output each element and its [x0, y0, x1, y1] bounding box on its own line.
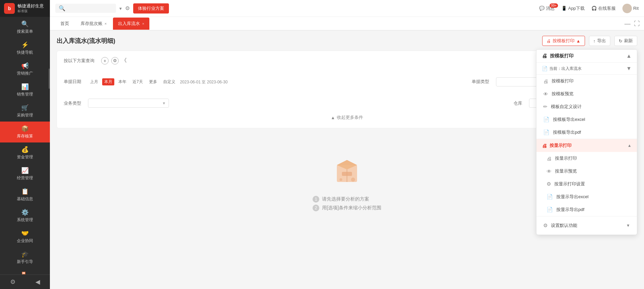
tab-flow[interactable]: 出入库流水 × [113, 18, 149, 30]
tab-inventory-batch[interactable]: 库存批次账 × [76, 18, 112, 30]
dropdown-collapse-icon[interactable]: ▲ [626, 53, 632, 59]
tab-inventory-batch-label: 库存批次账 [81, 21, 103, 27]
current-template-label: 当前：出入库流水 [549, 66, 582, 72]
export-icon: ↑ [593, 38, 596, 44]
business-type-select[interactable]: ▾ [88, 99, 169, 108]
set-default-label: 设置默认功能 [551, 222, 577, 229]
display-preview-label: 按显示预览 [555, 168, 577, 174]
dropdown-title: 🖨 按模板打印 [542, 53, 574, 59]
sidebar-item-label: 销售管理 [17, 91, 33, 97]
display-preview-item[interactable]: 👁 按显示预览 [540, 165, 637, 178]
sidebar-item-quick-nav[interactable]: ⚡ 快捷导航 [0, 38, 50, 59]
headset-icon: 🎧 [591, 6, 597, 11]
sidebar-item-appstore[interactable]: 🏪 应用中心 [0, 268, 50, 274]
sidebar-item-system[interactable]: ⚙️ 系统管理 [0, 205, 50, 226]
collapse-sidebar-icon[interactable]: ◀ [35, 278, 40, 286]
minimize-icon[interactable]: — [624, 20, 631, 27]
display-print-section-header[interactable]: 🖨 按显示打印 ▲ [536, 139, 637, 152]
messages-button[interactable]: 💬 消息 99+ [539, 5, 555, 11]
sidebar-item-label: 基础信息 [17, 196, 33, 202]
sales-icon: 📊 [21, 83, 29, 90]
edition-label: 标准版 [18, 9, 44, 14]
default-settings-icon: ⚙ [543, 222, 548, 229]
date-chip-this-year[interactable]: 本年 [116, 78, 128, 85]
template-pdf-label: 按模板导出pdf [553, 129, 581, 135]
filter-collapse-button[interactable]: 《 [121, 57, 127, 64]
settings-icon[interactable]: ⚙ [10, 278, 16, 286]
warehouse-label: 仓库 [514, 100, 522, 106]
tab-home[interactable]: 首页 [55, 18, 74, 30]
template-excel-label: 按模板导出excel [553, 116, 585, 123]
svg-rect-4 [342, 172, 352, 176]
sidebar-item-inventory[interactable]: 📦 库存核算 [0, 122, 50, 142]
display-print-section-label: 按显示打印 [550, 142, 572, 149]
app-download-label: App下载 [568, 5, 585, 11]
template-design-item[interactable]: ✏ 模板自定义设计 [536, 100, 637, 113]
sidebar-item-marketing[interactable]: 📢 营销推广 [0, 59, 50, 80]
section2-arrow-icon[interactable]: ▲ [627, 143, 632, 148]
date-chip-last-month[interactable]: 上月 [88, 78, 100, 85]
sidebar-item-search[interactable]: 🔍 搜索菜单 [0, 17, 50, 38]
close-flow-icon[interactable]: × [142, 22, 144, 26]
maximize-icon[interactable]: ⛶ [634, 20, 640, 27]
settings-gear-icon[interactable]: ⚙ [125, 5, 130, 11]
sidebar-item-operation[interactable]: 📈 经营管理 [0, 163, 50, 184]
filter-add-button[interactable]: + [101, 57, 109, 64]
display-print-item[interactable]: 🖨 按显示打印 [540, 152, 637, 165]
export-button[interactable]: ↑ 导出 [589, 36, 611, 46]
operation-icon: 📈 [21, 167, 29, 174]
current-arrow-icon[interactable]: ▼ [626, 65, 632, 72]
template-print-item[interactable]: 🖨 按模板打印 [536, 75, 637, 87]
sidebar-bottom: ⚙ ◀ [0, 274, 50, 289]
online-service-button[interactable]: 🎧 在线客服 [591, 5, 616, 11]
sidebar-item-guide[interactable]: 🎓 新手引导 [0, 247, 50, 268]
display-pdf-item[interactable]: 📄 按显示导出pdf [540, 203, 637, 216]
print-template-button[interactable]: 🖨 按模板打印 ▲ [542, 36, 585, 46]
date-chip-this-month[interactable]: 本月 [102, 78, 114, 85]
topbar-search-container: 🔍 [55, 4, 116, 13]
sidebar-item-label: 系统管理 [17, 217, 33, 223]
dropdown-arrow-icon[interactable]: ▾ [119, 6, 122, 11]
dropdown-header: 🖨 按模板打印 ▲ [536, 50, 637, 63]
date-chip-more[interactable]: 更多 [147, 78, 159, 85]
display-print-section: 🖨 按显示打印 ▲ 🖨 按显示打印 👁 [536, 139, 637, 216]
sidebar-item-base[interactable]: 📋 基础信息 [0, 184, 50, 205]
print-dropdown-panel: 🖨 按模板打印 ▲ 📄 当前：出入库流水 ▼ [536, 49, 637, 235]
template-excel-icon: 📄 [543, 116, 550, 123]
close-inventory-batch-icon[interactable]: × [105, 22, 107, 26]
filter-settings-button[interactable]: ⚙ [111, 57, 119, 64]
user-profile[interactable]: Rit [622, 4, 639, 13]
username-label: Rit [633, 6, 639, 11]
search-input[interactable] [67, 6, 114, 11]
template-print-label: 按模板打印 [552, 78, 574, 84]
template-preview-item[interactable]: 👁 按模板预览 [536, 87, 637, 100]
step-2-label: 用[选项]条件来缩小分析范围 [322, 205, 381, 211]
sidebar-item-label: 新手引导 [17, 259, 33, 265]
date-label: 单据日期 [64, 79, 81, 85]
template-print-icon: 🖨 [543, 78, 548, 84]
template-pdf-item[interactable]: 📄 按模板导出pdf [536, 126, 637, 139]
page-actions: 🖨 按模板打印 ▲ ↑ 导出 ↻ 刷新 🖨 [542, 36, 637, 46]
set-default-item[interactable]: ⚙ 设置默认功能 ▼ [542, 220, 632, 231]
business-type-label: 业务类型 [64, 100, 81, 106]
display-excel-icon: 📄 [547, 194, 553, 200]
display-print-label: 按显示打印 [555, 155, 577, 161]
date-chip-custom[interactable]: 自定义 [161, 78, 177, 85]
empty-step-1: 1 请先选择要分析的方案 [313, 196, 381, 203]
display-excel-item[interactable]: 📄 按显示导出excel [540, 190, 637, 203]
sidebar-item-finance[interactable]: 💰 资金管理 [0, 142, 50, 163]
sidebar-item-sales[interactable]: 📊 销售管理 [0, 80, 50, 101]
date-chip-7days[interactable]: 近7天 [130, 78, 145, 85]
refresh-label: 刷新 [624, 38, 633, 44]
print-icon: 🖨 [547, 38, 551, 44]
template-excel-item[interactable]: 📄 按模板导出excel [536, 113, 637, 126]
search-nav-icon: 🔍 [21, 20, 29, 28]
display-print-settings-item[interactable]: ⚙ 按显示打印设置 [540, 178, 637, 190]
refresh-button[interactable]: ↻ 刷新 [614, 36, 637, 46]
sidebar-item-purchase[interactable]: 🛒 采购管理 [0, 101, 50, 122]
trial-button[interactable]: 体验行业方案 [133, 3, 169, 14]
current-template: 📄 当前：出入库流水 [542, 66, 582, 72]
filter-actions: + ⚙ 《 [101, 57, 127, 64]
app-download-button[interactable]: 📱 App下载 [561, 5, 585, 11]
sidebar-item-corp[interactable]: 🤝 企业协同 [0, 226, 50, 247]
